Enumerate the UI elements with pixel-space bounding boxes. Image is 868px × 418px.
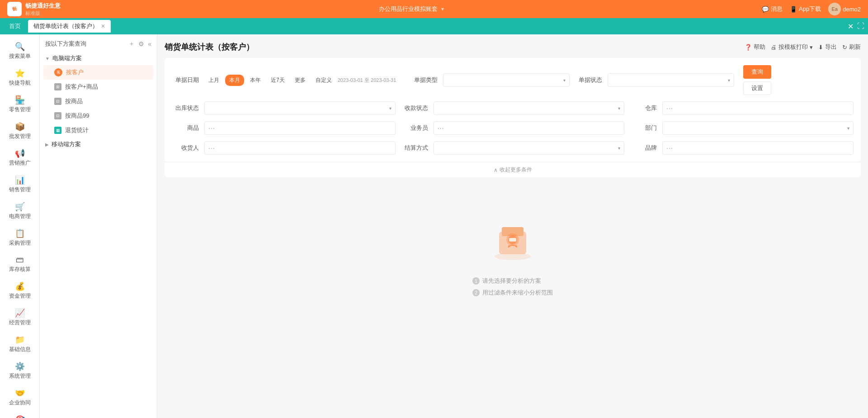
sidebar-item-operations[interactable]: 📈 经营管理 bbox=[2, 304, 38, 330]
doc-type-chevron-icon: ▾ bbox=[563, 78, 566, 83]
quick-nav-icon: ⭐ bbox=[4, 68, 36, 78]
doc-status-select[interactable]: ▾ bbox=[608, 73, 734, 87]
warehouse-dots-icon: ··· bbox=[666, 104, 673, 112]
content-area: 按以下方案查询 ＋ ⚙ « ▼ 电脑端方案 客 按客户 bbox=[40, 34, 868, 418]
refresh-icon: ↻ bbox=[842, 44, 847, 51]
out-status-select[interactable]: ▾ bbox=[204, 101, 396, 115]
brand-dots-icon: ··· bbox=[666, 144, 673, 152]
app-download-icon: 📱 bbox=[790, 6, 797, 13]
goods-select[interactable]: ··· bbox=[204, 121, 396, 135]
scheme-settings-btn[interactable]: ⚙ bbox=[138, 40, 144, 48]
scheme-by-goods[interactable]: ⊟ 按商品 bbox=[43, 94, 153, 109]
user-avatar-btn[interactable]: Ea demo2 bbox=[828, 3, 861, 15]
add-scheme-btn[interactable]: ＋ bbox=[128, 40, 135, 48]
brand-info: 畅捷通好生意 标准版 bbox=[25, 2, 61, 17]
basic-icon: 📁 bbox=[4, 335, 36, 345]
settle-select[interactable]: ▾ bbox=[434, 141, 625, 155]
date-last-month-btn[interactable]: 上月 bbox=[204, 75, 223, 86]
sidebar-item-finance[interactable]: 💰 资金管理 bbox=[2, 278, 38, 304]
tab-home[interactable]: 首页 bbox=[4, 20, 26, 33]
purchase-icon: 📋 bbox=[4, 228, 36, 238]
recipient-select[interactable]: ··· bbox=[204, 141, 396, 155]
date-custom-btn[interactable]: 自定义 bbox=[311, 75, 336, 86]
settle-chevron-icon: ▾ bbox=[618, 146, 620, 151]
goods-label: 商品 bbox=[172, 124, 199, 132]
message-icon: 💬 bbox=[762, 6, 769, 13]
sidebar-item-basic[interactable]: 📁 基础信息 bbox=[2, 331, 38, 357]
goods-dots-icon: ··· bbox=[208, 124, 215, 132]
sidebar-item-ecommerce[interactable]: 🛒 电商管理 bbox=[2, 198, 38, 224]
sidebar-item-quick-nav[interactable]: ⭐ 快捷导航 bbox=[2, 65, 38, 90]
filter-row-3: 商品 ··· 业务员 ··· 部门 ▾ bbox=[172, 121, 854, 135]
app-logo: 畅 bbox=[7, 2, 22, 16]
sidebar-item-enterprise[interactable]: 🤝 企业协同 bbox=[2, 385, 38, 410]
sidebar-item-retail[interactable]: 🏪 零售管理 bbox=[2, 91, 38, 117]
collapse-panel-btn[interactable]: « bbox=[148, 40, 151, 48]
filter-row-2: 出库状态 ▾ 收款状态 ▾ 仓库 ··· bbox=[172, 101, 854, 115]
mobile-scheme-header[interactable]: ▶ 移动端方案 bbox=[43, 138, 153, 151]
pay-status-chevron-icon: ▾ bbox=[618, 106, 620, 111]
doc-type-select[interactable]: ▾ bbox=[443, 73, 570, 87]
doc-status-chevron-icon: ▾ bbox=[728, 78, 730, 83]
filter-row-1: 单据日期 上月 本月 本年 近7天 更多 自定义 2023-03-01 至 20… bbox=[172, 65, 854, 95]
sidebar-item-marketing[interactable]: 📢 营销推广 bbox=[2, 145, 38, 171]
export-btn[interactable]: ⬇ 导出 bbox=[818, 43, 837, 51]
scheme-by-goods99-icon: ⊟ bbox=[54, 112, 61, 119]
page-title: 销货单统计表（按客户） bbox=[165, 42, 254, 52]
sidebar-item-purchase[interactable]: 📋 采购管理 bbox=[2, 225, 38, 251]
tab-bar: 首页 销货单统计表（按客户） ✕ ✕ ⛶ bbox=[0, 18, 868, 34]
scheme-by-goods-icon: ⊟ bbox=[54, 98, 61, 105]
industry-dropdown-icon[interactable]: ▾ bbox=[441, 6, 444, 12]
print-btn[interactable]: 🖨 按模板打印 ▾ bbox=[771, 43, 813, 51]
tab-expand-btn[interactable]: ⛶ bbox=[857, 22, 864, 31]
query-btn[interactable]: 查询 bbox=[743, 65, 771, 79]
recipient-label: 收货人 bbox=[172, 144, 199, 152]
refresh-btn[interactable]: ↻ 刷新 bbox=[842, 43, 861, 51]
filter-box: 单据日期 上月 本月 本年 近7天 更多 自定义 2023-03-01 至 20… bbox=[165, 58, 861, 162]
left-panel-actions: ＋ ⚙ « bbox=[128, 40, 151, 48]
scheme-by-customer[interactable]: 客 按客户 bbox=[43, 65, 153, 80]
doc-type-label: 单据类型 bbox=[410, 76, 438, 84]
brand-select[interactable]: ··· bbox=[662, 141, 854, 155]
help-btn[interactable]: ❓ 帮助 bbox=[745, 43, 765, 51]
main-layout: 🔍 搜索菜单 ⭐ 快捷导航 🏪 零售管理 📦 批发管理 📢 营销推广 📊 bbox=[0, 34, 868, 418]
pc-scheme-header[interactable]: ▼ 电脑端方案 bbox=[43, 52, 153, 65]
right-panel: 销货单统计表（按客户） ❓ 帮助 🖨 按模板打印 ▾ ⬇ bbox=[157, 34, 868, 418]
date-this-year-btn[interactable]: 本年 bbox=[246, 75, 265, 86]
scheme-returns[interactable]: ▦ 退货统计 bbox=[43, 123, 153, 138]
app-download-btn[interactable]: 📱 App下载 bbox=[790, 5, 821, 13]
svg-point-7 bbox=[515, 245, 517, 247]
sidebar-item-search-menu[interactable]: 🔍 搜索菜单 bbox=[2, 38, 38, 64]
empty-tips: 1 请先选择要分析的方案 2 用过滤条件来缩小分析范围 bbox=[472, 277, 553, 300]
scheme-returns-icon: ▦ bbox=[54, 127, 61, 134]
settings-btn[interactable]: 设置 bbox=[743, 81, 771, 95]
message-btn[interactable]: 💬 消息 bbox=[762, 5, 783, 13]
collapse-up-icon: ∧ bbox=[494, 167, 498, 173]
left-panel: 按以下方案查询 ＋ ⚙ « ▼ 电脑端方案 客 按客户 bbox=[40, 34, 157, 418]
date-this-month-btn[interactable]: 本月 bbox=[225, 75, 244, 86]
date-more-btn[interactable]: 更多 bbox=[291, 75, 310, 86]
tab-bar-right: ✕ ⛶ bbox=[848, 22, 864, 31]
date-range: 2023-03-01 至 2023-03-31 bbox=[338, 77, 396, 84]
sidebar: 🔍 搜索菜单 ⭐ 快捷导航 🏪 零售管理 📦 批发管理 📢 营销推广 📊 bbox=[0, 34, 40, 418]
sidebar-item-newuser[interactable]: 🎯 新手引导 bbox=[2, 411, 38, 418]
sidebar-item-wholesale[interactable]: 📦 批发管理 bbox=[2, 118, 38, 144]
scheme-by-goods99[interactable]: ⊟ 按商品99 bbox=[43, 109, 153, 123]
collapse-bar[interactable]: ∧ 收起更多条件 bbox=[165, 162, 861, 177]
pay-status-select[interactable]: ▾ bbox=[434, 101, 625, 115]
dept-select[interactable]: ▾ bbox=[662, 121, 854, 135]
tab-sales-stat[interactable]: 销货单统计表（按客户） ✕ bbox=[28, 20, 111, 33]
warehouse-select[interactable]: ··· bbox=[662, 101, 854, 115]
date-7days-btn[interactable]: 近7天 bbox=[267, 75, 289, 86]
left-panel-header: 按以下方案查询 ＋ ⚙ « bbox=[40, 34, 157, 52]
ecommerce-icon: 🛒 bbox=[4, 202, 36, 212]
scheme-by-customer-goods[interactable]: ⊞ 按客户+商品 bbox=[43, 80, 153, 94]
tab-minimize-btn[interactable]: ✕ bbox=[848, 22, 854, 31]
sidebar-item-inventory[interactable]: 🗃 库存核算 bbox=[2, 252, 38, 277]
doc-status-label: 单据状态 bbox=[575, 76, 602, 84]
salesperson-select[interactable]: ··· bbox=[434, 121, 625, 135]
sidebar-item-sales[interactable]: 📊 销售管理 bbox=[2, 171, 38, 197]
tab-close-icon[interactable]: ✕ bbox=[101, 23, 105, 29]
sidebar-item-system[interactable]: ⚙️ 系统管理 bbox=[2, 358, 38, 384]
top-bar-left: 畅 畅捷通好生意 标准版 bbox=[7, 2, 61, 17]
